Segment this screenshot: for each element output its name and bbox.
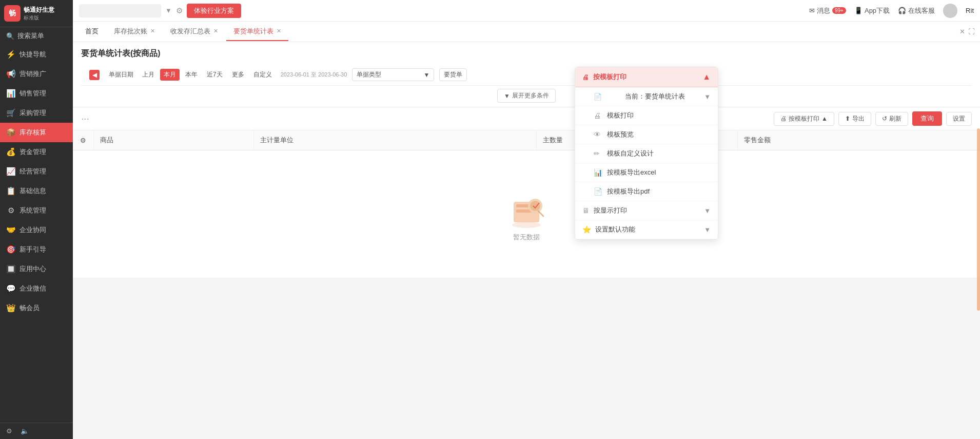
dropdown-template-print[interactable]: 🖨 模板打印 [575, 106, 718, 125]
date-group: 上月 本月 本年 近7天 更多 自定义 [139, 69, 276, 81]
dropdown-template-customize[interactable]: ✏ 模板自定义设计 [575, 144, 718, 163]
sidebar-item-operation[interactable]: 📈 经营管理 [0, 162, 73, 181]
quick-nav-icon: ⚡ [6, 50, 15, 59]
sidebar-item-label: 企业协同 [19, 225, 46, 235]
empty-text: 暂无数据 [513, 233, 540, 242]
sidebar-item-system[interactable]: ⚙ 系统管理 [0, 201, 73, 220]
inventory-icon: 📦 [6, 128, 15, 137]
expand-more-button[interactable]: ▼ 展开更多条件 [497, 89, 556, 103]
empty-state: 暂无数据 [79, 156, 974, 273]
set-default-icon: ⭐ [582, 225, 591, 234]
query-button[interactable]: 查询 [912, 111, 942, 126]
online-service-item[interactable]: 🎧 在线客服 [898, 6, 935, 15]
settings-icon[interactable]: ⚙ [6, 427, 12, 435]
export-button[interactable]: ⬆ 导出 [838, 112, 871, 126]
tab-close-icon[interactable]: ✕ [277, 28, 281, 34]
date-this-year[interactable]: 本年 [182, 69, 201, 81]
sidebar-item-purchase[interactable]: 🛒 采购管理 [0, 103, 73, 123]
sidebar-item-label: 系统管理 [19, 206, 46, 215]
date-last-month[interactable]: 上月 [139, 69, 158, 81]
tab-home[interactable]: 首页 [78, 23, 106, 41]
topbar-arrow-icon[interactable]: ▼ [165, 7, 172, 14]
tab-receivable-summary[interactable]: 收发存汇总表 ✕ [163, 23, 225, 41]
sidebar-item-app-center[interactable]: 🔲 应用中心 [0, 259, 73, 279]
date-custom[interactable]: 自定义 [250, 69, 276, 81]
app-logo: 畅 畅通好生意 标准版 [0, 0, 73, 27]
date-7days[interactable]: 近7天 [203, 69, 226, 81]
dropdown-export-pdf[interactable]: 📄 按模板导出pdf [575, 182, 718, 201]
tab-close-icon[interactable]: ✕ [150, 28, 155, 34]
col-retail-amount: 零售金额 [738, 130, 980, 150]
settings-button[interactable]: 设置 [946, 112, 972, 126]
sidebar-item-member[interactable]: 👑 畅会员 [0, 298, 73, 318]
sidebar-item-basic[interactable]: 📋 基础信息 [0, 181, 73, 201]
avatar[interactable] [943, 4, 957, 18]
app-download-item[interactable]: 📱 App下载 [854, 6, 890, 15]
scroll-handle[interactable] [977, 128, 980, 311]
dropdown-header: 🖨 按模板打印 ▲ [575, 67, 718, 87]
current-template-icon: 📄 [594, 93, 602, 101]
dropdown-header-label: 🖨 按模板打印 [582, 72, 626, 82]
sidebar-item-marketing[interactable]: 📢 营销推广 [0, 64, 73, 84]
guide-icon: 🎯 [6, 245, 15, 254]
sidebar-item-wechat[interactable]: 💬 企业微信 [0, 279, 73, 298]
search-menu[interactable]: 🔍 搜索菜单 [0, 27, 73, 45]
message-badge: 99+ [832, 7, 846, 14]
operation-icon: 📈 [6, 167, 15, 176]
tab-expand-icon[interactable]: ⛶ [968, 28, 975, 35]
set-default-label: 设置默认功能 [595, 225, 635, 234]
topbar-gear-icon[interactable]: ⚙ [176, 6, 183, 15]
order-type-filter[interactable]: 要货单 [439, 68, 467, 81]
sidebar-item-quick-nav[interactable]: ⚡ 快捷导航 [0, 45, 73, 64]
dropdown-template-preview[interactable]: 👁 模板预览 [575, 125, 718, 144]
sidebar-item-finance[interactable]: 💰 资金管理 [0, 142, 73, 162]
sidebar-item-label: 企业微信 [19, 284, 46, 293]
dropdown-display-print[interactable]: 🖥 按显示打印 ▼ [575, 201, 718, 220]
sidebar-item-inventory[interactable]: 📦 库存核算 [0, 123, 73, 142]
search-icon: 🔍 [6, 32, 14, 40]
tab-home-label: 首页 [85, 27, 99, 36]
set-default-arrow: ▼ [704, 226, 711, 234]
finance-icon: 💰 [6, 147, 15, 157]
refresh-button[interactable]: ↺ 刷新 [875, 112, 908, 126]
logo-title: 畅通好生意 [24, 6, 54, 14]
message-icon: ✉ [809, 7, 815, 14]
tab-inventory-batch[interactable]: 库存批次账 ✕ [107, 23, 162, 41]
svg-point-0 [512, 222, 541, 228]
speaker-icon[interactable]: 🔈 [21, 427, 29, 435]
sidebar-item-guide[interactable]: 🎯 新手引导 [0, 240, 73, 259]
template-print-label: 模板打印 [607, 111, 634, 120]
tab-close-all-icon[interactable]: ✕ [959, 28, 965, 35]
tab-order-stats[interactable]: 要货单统计表 ✕ [226, 23, 288, 41]
headset-icon: 🎧 [898, 7, 906, 14]
sidebar: 畅 畅通好生意 标准版 🔍 搜索菜单 ⚡ 快捷导航 📢 营销推广 📊 销售管理 … [0, 0, 73, 439]
dropdown-export-excel[interactable]: 📊 按模板导出excel [575, 163, 718, 182]
trial-button[interactable]: 体验行业方案 [187, 4, 241, 18]
current-arrow-icon: ▼ [704, 93, 711, 101]
sidebar-item-sales[interactable]: 📊 销售管理 [0, 84, 73, 103]
logo-icon: 畅 [4, 5, 21, 22]
type-select[interactable]: 单据类型 ▼ [352, 68, 434, 81]
tab-close-icon[interactable]: ✕ [213, 28, 218, 34]
main-content: ▼ ⚙ 体验行业方案 ✉ 消息 99+ 📱 App下载 🎧 在线客服 Rit 首… [73, 0, 980, 439]
basic-icon: 📋 [6, 186, 15, 196]
sidebar-item-label: 营销推广 [19, 69, 46, 79]
message-item[interactable]: ✉ 消息 99+ [809, 6, 846, 15]
sidebar-item-collab[interactable]: 🤝 企业协同 [0, 220, 73, 240]
table-row-empty: 暂无数据 [73, 150, 980, 278]
filter-collapse-btn[interactable]: ◀ [89, 70, 100, 80]
template-customize-label: 模板自定义设计 [607, 149, 654, 158]
toolbar-dots[interactable]: ⋯ [81, 114, 89, 124]
dropdown-current-item[interactable]: 📄 当前：要货单统计表 ▼ [575, 87, 718, 106]
dropdown-close-icon[interactable]: ▲ [702, 72, 711, 82]
toolbar-row: ⋯ 🖨 按模板打印 ▲ ⬆ 导出 ↺ 刷新 查询 设置 [73, 107, 980, 130]
col-settings[interactable]: ⚙ [73, 130, 93, 150]
dropdown-set-default[interactable]: ⭐ 设置默认功能 ▼ [575, 220, 718, 239]
date-more[interactable]: 更多 [228, 69, 248, 81]
topbar: ▼ ⚙ 体验行业方案 ✉ 消息 99+ 📱 App下载 🎧 在线客服 Rit [73, 0, 980, 22]
date-this-month[interactable]: 本月 [160, 69, 180, 81]
order-type-label: 要货单 [444, 70, 462, 79]
date-range-display: 2023-06-01 至 2023-06-30 [281, 71, 347, 79]
sidebar-item-label: 新手引导 [19, 245, 46, 254]
print-button[interactable]: 🖨 按模板打印 ▲ [774, 112, 834, 126]
